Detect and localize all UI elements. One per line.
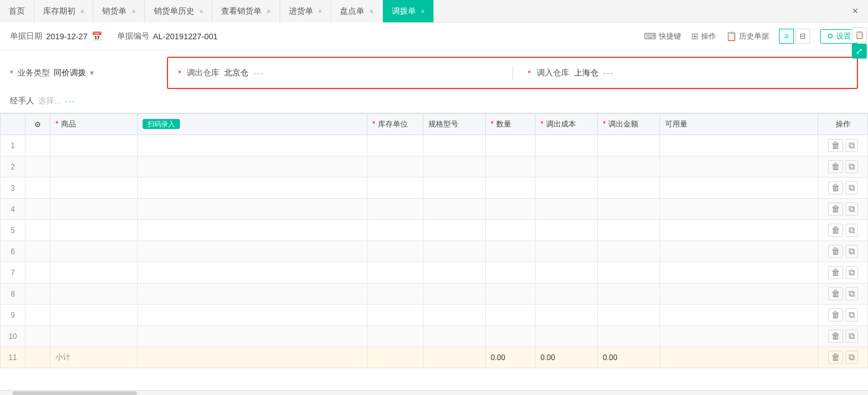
scrollbar-area[interactable]	[0, 390, 868, 395]
tab-inventory-init-close[interactable]: ×	[80, 7, 84, 15]
cell-spec[interactable]	[423, 241, 486, 262]
cell-cost[interactable]	[535, 178, 598, 199]
cell-cost[interactable]	[535, 305, 598, 326]
cell-cost[interactable]	[535, 199, 598, 220]
cell-unit[interactable]	[367, 241, 423, 262]
tab-stocktake[interactable]: 盘点单 ×	[331, 0, 382, 22]
delete-row-button[interactable]: 🗑	[828, 351, 843, 364]
cell-amount[interactable]	[598, 135, 660, 156]
copy-row-button[interactable]: ⧉	[846, 266, 858, 279]
sidebar-expand-button[interactable]: ⤢	[852, 44, 867, 59]
cell-spec[interactable]	[423, 156, 486, 178]
delete-row-button[interactable]: 🗑	[828, 245, 843, 258]
cell-cost[interactable]	[535, 326, 598, 347]
cell-unit[interactable]	[367, 283, 423, 305]
delete-row-button[interactable]: 🗑	[828, 202, 843, 216]
copy-row-button[interactable]: ⧉	[846, 245, 858, 258]
calendar-icon[interactable]: 📅	[92, 31, 102, 41]
cell-spec[interactable]	[423, 178, 486, 199]
cell-unit[interactable]	[367, 178, 423, 199]
tab-sales-history[interactable]: 销货单历史 ×	[145, 0, 212, 22]
cell-unit[interactable]	[367, 347, 423, 368]
transfer-out-more[interactable]: ···	[253, 68, 265, 78]
cell-amount[interactable]	[598, 326, 660, 347]
cell-unit[interactable]	[367, 262, 423, 283]
cell-unit[interactable]	[367, 199, 423, 220]
cell-qty[interactable]	[486, 241, 535, 262]
cell-cost[interactable]: 0.00	[535, 347, 598, 368]
copy-row-button[interactable]: ⧉	[846, 224, 858, 237]
tab-transfer[interactable]: 调拨单 ×	[383, 0, 434, 22]
cell-product[interactable]	[50, 262, 138, 283]
tab-stocktake-close[interactable]: ×	[369, 7, 373, 15]
cell-product[interactable]	[50, 241, 138, 262]
delete-row-button[interactable]: 🗑	[828, 160, 843, 173]
cell-spec[interactable]	[423, 347, 486, 368]
cell-cost[interactable]	[535, 156, 598, 178]
cell-product[interactable]	[50, 199, 138, 220]
cell-cost[interactable]	[535, 135, 598, 156]
cell-amount[interactable]	[598, 199, 660, 220]
cell-unit[interactable]	[367, 135, 423, 156]
operations-button[interactable]: ⊞ 操作	[691, 31, 716, 42]
copy-row-button[interactable]: ⧉	[846, 330, 858, 343]
copy-row-button[interactable]: ⧉	[846, 160, 858, 173]
delete-row-button[interactable]: 🗑	[828, 181, 843, 194]
cell-amount[interactable]	[598, 262, 660, 283]
scan-button[interactable]: 扫码录入	[143, 119, 180, 129]
tab-view-sales[interactable]: 查看销货单 ×	[212, 0, 280, 22]
cell-spec[interactable]	[423, 283, 486, 305]
tab-sales-history-close[interactable]: ×	[199, 7, 203, 15]
cell-spec[interactable]	[423, 135, 486, 156]
cell-qty[interactable]	[486, 220, 535, 241]
tab-inventory-init[interactable]: 库存期初 ×	[34, 0, 93, 22]
cell-spec[interactable]	[423, 199, 486, 220]
cell-unit[interactable]	[367, 305, 423, 326]
cell-product[interactable]: 小计	[50, 347, 138, 368]
cell-spec[interactable]	[423, 305, 486, 326]
cell-amount[interactable]	[598, 220, 660, 241]
delete-row-button[interactable]: 🗑	[828, 224, 843, 237]
cell-qty[interactable]	[486, 283, 535, 305]
delete-row-button[interactable]: 🗑	[828, 139, 843, 152]
delete-row-button[interactable]: 🗑	[828, 266, 843, 279]
tab-sales-order-close[interactable]: ×	[131, 7, 135, 15]
cell-amount[interactable]	[598, 283, 660, 305]
cell-product[interactable]	[50, 305, 138, 326]
cell-product[interactable]	[50, 178, 138, 199]
cell-amount[interactable]: 0.00	[598, 347, 660, 368]
cell-unit[interactable]	[367, 156, 423, 178]
window-close-button[interactable]: ×	[842, 0, 868, 22]
copy-row-button[interactable]: ⧉	[846, 202, 858, 216]
business-type-select[interactable]: 同价调拨 ▼	[54, 67, 147, 79]
cell-qty[interactable]	[486, 199, 535, 220]
handler-more[interactable]: ···	[65, 96, 76, 106]
delete-row-button[interactable]: 🗑	[828, 287, 843, 300]
copy-row-button[interactable]: ⧉	[846, 351, 858, 364]
cell-product[interactable]	[50, 326, 138, 347]
cell-product[interactable]	[50, 135, 138, 156]
cell-unit[interactable]	[367, 326, 423, 347]
copy-row-button[interactable]: ⧉	[846, 139, 858, 152]
cell-product[interactable]	[50, 220, 138, 241]
cell-qty[interactable]	[486, 135, 535, 156]
handler-placeholder[interactable]: 选择...	[38, 95, 61, 107]
cell-qty[interactable]	[486, 178, 535, 199]
col-header-gear[interactable]: ⚙	[26, 114, 50, 135]
cell-cost[interactable]	[535, 262, 598, 283]
cell-product[interactable]	[50, 283, 138, 305]
cell-qty[interactable]	[486, 326, 535, 347]
delete-row-button[interactable]: 🗑	[828, 330, 843, 343]
scrollbar-thumb[interactable]	[12, 391, 137, 395]
shortcuts-button[interactable]: ⌨ 快捷键	[644, 31, 681, 42]
layout-btn-grid[interactable]: ⊟	[795, 29, 810, 44]
cell-amount[interactable]	[598, 178, 660, 199]
delete-row-button[interactable]: 🗑	[828, 308, 843, 321]
layout-btn-list[interactable]: ≡	[779, 29, 794, 44]
cell-qty[interactable]	[486, 262, 535, 283]
cell-qty[interactable]: 0.00	[486, 347, 535, 368]
tab-view-sales-close[interactable]: ×	[267, 7, 270, 15]
cell-spec[interactable]	[423, 262, 486, 283]
cell-amount[interactable]	[598, 156, 660, 178]
tab-purchase[interactable]: 进货单 ×	[280, 0, 331, 22]
